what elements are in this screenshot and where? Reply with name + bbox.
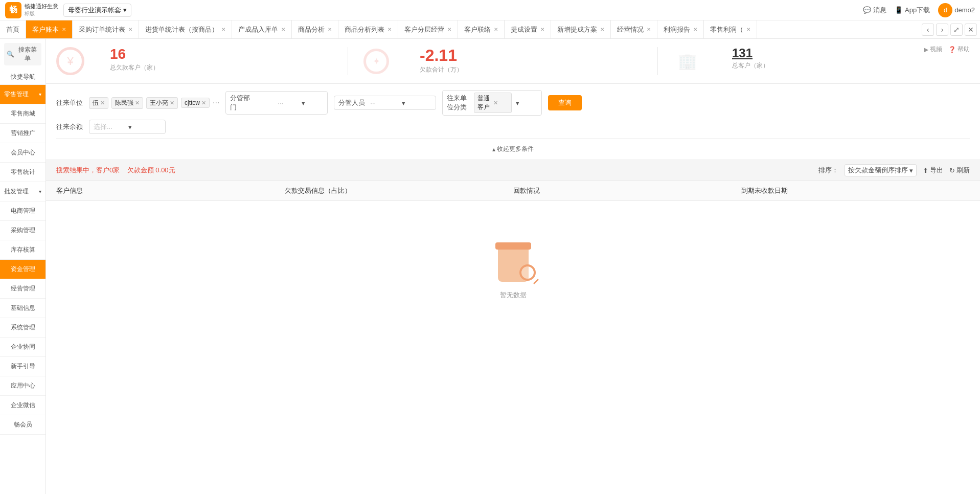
sidebar-enterprise-collab-label: 企业协同 [11,343,35,350]
tab-retail-profit[interactable]: 零售利润（ ✕ [704,20,757,39]
sidebar-item-retail-stats[interactable]: 零售统计 [0,163,45,182]
tab-goods-analysis[interactable]: 商品分析 ✕ [292,20,338,39]
nav-tabs: 首页 客户账本 ✕ 采购订单统计表 ✕ 进货单统计表（按商品） ✕ 产成品入库单… [0,20,980,39]
retail-mgmt-chevron-icon: ▾ [39,92,41,97]
sidebar-item-enterprise-collab[interactable]: 企业协同 [0,338,45,357]
tab-nav-actions: ‹ › ⤢ ✕ [919,24,980,36]
table-header: 客户信息 欠款交易信息（占比） 回款情况 到期未收款日期 [46,181,980,201]
tab-raise-settings[interactable]: 提成设置 ✕ [505,20,551,39]
sidebar-purchase-mgmt-label: 采购管理 [11,227,35,234]
tab-production-entry[interactable]: 产成品入库单 ✕ [232,20,292,39]
tab-maximize[interactable]: ⤢ [950,24,963,36]
app-download-label: App下载 [905,6,930,15]
tab-close-all[interactable]: ✕ [965,24,977,36]
tab-scroll-right[interactable]: › [936,24,948,36]
sidebar-item-app-center[interactable]: 应用中心 [0,376,45,396]
logo-text: 畅捷通好生意 [25,3,58,10]
sidebar-enterprise-wechat-label: 企业微信 [11,401,35,409]
sidebar-item-finance-mgmt[interactable]: 资金管理 [0,260,45,279]
category-tag-close[interactable]: ✕ [493,100,508,106]
export-btn[interactable]: ⬆ 导出 [923,166,943,175]
sidebar-vip-member-label: 畅会员 [14,421,32,428]
tab-purchase-orders[interactable]: 采购订单统计表 ✕ [73,20,139,39]
message-btn[interactable]: 💬 消息 [863,6,886,15]
tab-customer-contact-close[interactable]: ✕ [494,27,498,32]
tab-customer-tier[interactable]: 客户分层经营 ✕ [398,20,458,39]
tab-home[interactable]: 首页 [0,20,26,39]
sidebar-item-retail-mgmt[interactable]: 零售管理 ▾ [0,85,45,104]
tag-cjttcw-close[interactable]: ✕ [201,100,206,106]
dept-selector[interactable]: 分管部门 ··· [225,91,328,115]
query-button[interactable]: 查询 [548,95,582,110]
sort-selector[interactable]: 按欠款金额倒序排序 [845,164,917,176]
result-summary: 搜索结果中，客户0家 欠款金额 0.00元 [56,166,175,175]
sidebar-item-marketing[interactable]: 营销推广 [0,124,45,143]
tab-new-raise-plan-close[interactable]: ✕ [600,27,604,32]
tab-goods-analysis-list[interactable]: 商品分析列表 ✕ [338,20,398,39]
refresh-btn[interactable]: ↻ 刷新 [949,166,970,175]
tab-accounts[interactable]: 客户账本 ✕ [26,20,73,39]
sidebar-basic-info-label: 基础信息 [11,304,35,311]
sidebar-item-enterprise-wechat[interactable]: 企业微信 [0,396,45,415]
balance-selector[interactable]: 选择... [89,120,166,134]
tab-accounts-close[interactable]: ✕ [62,27,66,32]
sidebar-inventory-label: 库存核算 [11,246,35,253]
col-debt-info: 欠款交易信息（占比） [285,186,513,195]
tab-retail-profit-close[interactable]: ✕ [746,27,750,32]
category-selector[interactable]: 往来单位分类 普通客户 ✕ [442,90,542,116]
video-btn[interactable]: ▶ 视频 [924,45,942,54]
tab-purchase-stats-close[interactable]: ✕ [221,27,225,32]
partner-tags: 伍 ✕ 陈民强 ✕ 王小亮 ✕ cjttcw ✕ ··· [89,97,219,109]
user-profile[interactable]: d demo2 [938,3,975,17]
stat1-icon: ¥ [56,47,84,75]
help-btn[interactable]: ❓ 帮助 [948,45,970,54]
sidebar-item-basic-info[interactable]: 基础信息 [0,299,45,318]
sidebar-item-inventory[interactable]: 库存核算 [0,240,45,260]
tag-wu-close[interactable]: ✕ [100,100,105,106]
app-download-btn[interactable]: 📱 App下载 [895,6,930,15]
scroll-top [495,242,531,250]
tab-purchase-stats[interactable]: 进货单统计表（按商品） ✕ [139,20,232,39]
tab-scroll-left[interactable]: ‹ [922,24,934,36]
tab-purchase-orders-close[interactable]: ✕ [128,27,132,32]
sidebar-item-new-guide[interactable]: 新手引导 [0,357,45,376]
tab-customer-tier-close[interactable]: ✕ [447,27,451,32]
tag-wang-close[interactable]: ✕ [170,100,174,106]
sidebar-item-vip-member[interactable]: 畅会员 [0,415,45,435]
tag-chen: 陈民强 ✕ [111,97,143,109]
sidebar-item-wholesale-mgmt[interactable]: 批发管理 ▾ [0,182,45,201]
sidebar-item-ops-mgmt[interactable]: 经营管理 [0,279,45,299]
company-selector[interactable]: 母婴行业演示帐套 ▾ [63,4,131,17]
tab-raise-settings-close[interactable]: ✕ [540,27,544,32]
result-bar: 搜索结果中，客户0家 欠款金额 0.00元 排序： 按欠款金额倒序排序 ⬆ 导出… [46,160,980,181]
tab-operation-status[interactable]: 经营情况 ✕ [611,20,657,39]
tab-new-raise-plan[interactable]: 新增提成方案 ✕ [551,20,611,39]
sidebar-item-sys-mgmt[interactable]: 系统管理 [0,318,45,338]
tab-operation-status-close[interactable]: ✕ [647,27,651,32]
person-selector[interactable]: 分管人员 ··· [334,96,436,110]
sidebar-retail-mgmt-label: 零售管理 [4,90,29,99]
col-customer-info: 客户信息 [56,186,285,195]
search-menu-btn[interactable]: 🔍 搜索菜单 [4,43,41,65]
tab-accounts-label: 客户账本 [32,25,59,34]
more-tags-btn[interactable]: ··· [213,98,219,107]
logo-area: 畅 畅捷通好生意 标版 [5,2,58,18]
tab-production-entry-close[interactable]: ✕ [281,27,285,32]
sidebar-item-retail-mall[interactable]: 零售商城 [0,104,45,124]
sidebar-item-ecommerce[interactable]: 电商管理 [0,201,45,221]
sidebar-retail-mall-label: 零售商城 [11,110,35,117]
sidebar-item-member-center[interactable]: 会员中心 [0,143,45,163]
collapse-btn[interactable]: 收起更多条件 [56,145,970,153]
empty-illustration [490,242,536,285]
dept-more-icon: ··· [278,99,300,107]
tab-profit-report[interactable]: 利润报告 ✕ [657,20,704,39]
tab-goods-analysis-close[interactable]: ✕ [328,27,332,32]
tag-chen-close[interactable]: ✕ [135,100,140,106]
tab-customer-contact[interactable]: 客户联络 ✕ [458,20,505,39]
sidebar-item-purchase-mgmt[interactable]: 采购管理 [0,221,45,240]
sidebar-quick-nav[interactable]: 快捷导航 [0,70,45,85]
sidebar-app-center-label: 应用中心 [11,382,35,389]
tab-goods-analysis-list-close[interactable]: ✕ [388,27,392,32]
tab-profit-report-close[interactable]: ✕ [693,27,697,32]
sidebar-sys-mgmt-label: 系统管理 [11,324,35,331]
